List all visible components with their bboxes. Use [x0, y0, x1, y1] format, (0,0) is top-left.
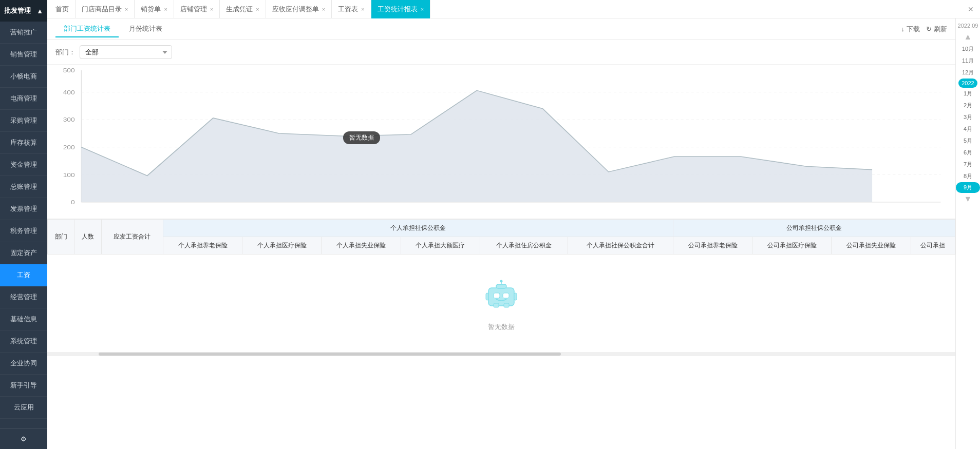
timeline-year-2022[interactable]: 2022 [958, 79, 977, 88]
tab-close-store-catalog[interactable]: × [125, 6, 128, 12]
sidebar-item-payroll[interactable]: 工资 [0, 264, 47, 286]
scrollbar-thumb[interactable] [99, 353, 561, 356]
chart-svg: 0 100 200 300 400 500 [55, 65, 947, 219]
sidebar-item-assets[interactable]: 固定资产 [0, 242, 47, 264]
settings-icon: ⚙ [21, 435, 27, 443]
tab-sales-order[interactable]: 销货单× [135, 0, 174, 18]
sidebar-item-ledger[interactable]: 总账管理 [0, 176, 47, 198]
table-area[interactable]: 部门 人数 应发工资合计 个人承担社保公积金 公司承担社保公积金 个人承担养老保… [47, 219, 955, 449]
th-personal-total: 个人承担社保公积金合计 [568, 237, 673, 255]
refresh-button[interactable]: ↻ 刷新 [926, 25, 947, 34]
svg-text:100: 100 [63, 171, 75, 179]
chart-container: 0 100 200 300 400 500 暂无数据 [55, 65, 947, 219]
timeline-month-10[interactable]: 10月 [956, 43, 980, 55]
tab-payroll-table[interactable]: 工资表× [332, 0, 371, 18]
stats-table: 部门 人数 应发工资合计 个人承担社保公积金 公司承担社保公积金 个人承担养老保… [47, 219, 955, 352]
svg-rect-21 [494, 303, 499, 307]
sidebar-item-mini-ecom[interactable]: 小畅电商 [0, 66, 47, 88]
download-button[interactable]: ↓ 下载 [901, 25, 920, 34]
th-personal-unemployment: 个人承担失业保险 [322, 237, 401, 255]
tab-payroll-report[interactable]: 工资统计报表× [371, 0, 430, 18]
sidebar-item-invoice[interactable]: 发票管理 [0, 198, 47, 220]
sidebar-item-enterprise[interactable]: 企业协同 [0, 353, 47, 375]
timeline-month-7[interactable]: 7月 [956, 159, 980, 170]
svg-marker-12 [81, 90, 872, 202]
refresh-icon: ↻ [926, 25, 932, 33]
timeline-down-button[interactable]: ▼ [962, 193, 974, 205]
timeline-month-1[interactable]: 1月 [956, 88, 980, 100]
sidebar-item-tax[interactable]: 税务管理 [0, 220, 47, 242]
th-personal-major-medical: 个人承担大额医疗 [401, 237, 480, 255]
timeline-month-9[interactable]: 9月 [956, 182, 980, 193]
tab-close-payroll-table[interactable]: × [361, 6, 364, 12]
sidebar-item-inventory[interactable]: 库存核算 [0, 132, 47, 154]
timeline-month-8[interactable]: 8月 [956, 170, 980, 182]
tab-close-voucher[interactable]: × [256, 6, 259, 12]
timeline-month-5[interactable]: 5月 [956, 135, 980, 147]
th-total-wage: 应发工资合计 [101, 220, 163, 255]
sub-tabs: 部门工资统计表 月份统计表 [55, 21, 171, 37]
svg-rect-15 [503, 293, 509, 298]
tab-label-store-catalog: 门店商品目录 [82, 5, 122, 14]
timeline-month-12[interactable]: 12月 [956, 67, 980, 79]
sidebar-items: 营销推广销售管理小畅电商电商管理采购管理库存核算资金管理总账管理发票管理税务管理… [0, 22, 47, 419]
sidebar-footer[interactable]: ⚙ [0, 428, 47, 449]
svg-point-18 [500, 280, 503, 283]
tab-voucher[interactable]: 生成凭证× [220, 0, 266, 18]
sidebar-header[interactable]: 批发管理 ▲ [0, 0, 47, 22]
th-company-other: 公司承担 [911, 237, 955, 255]
svg-rect-14 [494, 293, 500, 298]
tab-label-sales-order: 销货单 [141, 5, 161, 14]
sidebar-item-guide[interactable]: 新手引导 [0, 375, 47, 397]
timeline-month-3[interactable]: 3月 [956, 111, 980, 123]
tab-close-payroll-report[interactable]: × [421, 6, 424, 12]
table-header-row-2: 个人承担养老保险 个人承担医疗保险 个人承担失业保险 个人承担大额医疗 个人承担… [48, 237, 955, 255]
tab-store-mgmt[interactable]: 店铺管理× [174, 0, 220, 18]
sidebar-item-purchase[interactable]: 采购管理 [0, 110, 47, 132]
svg-rect-13 [488, 288, 514, 306]
empty-text: 暂无数据 [488, 322, 515, 331]
th-company-medical: 公司承担医疗保险 [752, 237, 832, 255]
content-area: 部门工资统计表 月份统计表 ↓ 下载 ↻ 刷新 [47, 18, 980, 449]
toolbar-actions: ↓ 下载 ↻ 刷新 [901, 25, 948, 34]
sidebar-item-cloud[interactable]: 云应用 [0, 397, 47, 419]
svg-rect-20 [514, 293, 517, 300]
tab-close-store-mgmt[interactable]: × [210, 6, 213, 12]
timeline-up-button[interactable]: ▲ [962, 31, 974, 43]
sidebar-item-system[interactable]: 系统管理 [0, 330, 47, 353]
tab-bar-close-button[interactable]: ✕ [964, 5, 978, 13]
sidebar-item-finance[interactable]: 资金管理 [0, 154, 47, 176]
tab-month-stats[interactable]: 月份统计表 [121, 21, 171, 37]
th-personal-medical: 个人承担医疗保险 [242, 237, 322, 255]
sidebar-item-basic[interactable]: 基础信息 [0, 308, 47, 330]
svg-text:300: 300 [63, 116, 75, 123]
tabs-container: 首页门店商品目录×销货单×店铺管理×生成凭证×应收应付调整单×工资表×工资统计报… [49, 0, 964, 18]
filter-bar: 部门： 全部 财务部 销售部 人事部 技术部 [47, 40, 955, 65]
timeline-month-6[interactable]: 6月 [956, 147, 980, 159]
horizontal-scrollbar[interactable] [47, 352, 955, 356]
tab-dept-stats[interactable]: 部门工资统计表 [55, 21, 119, 37]
svg-text:400: 400 [63, 89, 75, 96]
timeline-month-2[interactable]: 2月 [956, 100, 980, 111]
sidebar-item-sales[interactable]: 销售管理 [0, 44, 47, 66]
tab-close-receivable[interactable]: × [322, 6, 325, 12]
dept-filter-select[interactable]: 全部 财务部 销售部 人事部 技术部 [80, 45, 172, 59]
timeline-panel: 2022.09 ▲ 10月 11月 12月 2022 1月 2月 3月 4月 5… [955, 18, 980, 449]
sidebar-item-operations[interactable]: 经营管理 [0, 286, 47, 308]
sidebar-item-ecom[interactable]: 电商管理 [0, 88, 47, 110]
sidebar-arrow-icon: ▲ [36, 7, 43, 15]
tab-label-voucher: 生成凭证 [226, 5, 253, 14]
tab-label-payroll-table: 工资表 [338, 5, 358, 14]
svg-text:0: 0 [71, 199, 75, 206]
tab-receivable[interactable]: 应收应付调整单× [266, 0, 332, 18]
empty-row: 暂无数据 [48, 255, 955, 353]
tab-close-sales-order[interactable]: × [164, 6, 167, 12]
empty-state: 暂无数据 [48, 255, 955, 352]
th-dept: 部门 [48, 220, 74, 255]
timeline-month-4[interactable]: 4月 [956, 123, 980, 135]
dept-filter-label: 部门： [55, 48, 76, 57]
tab-store-catalog[interactable]: 门店商品目录× [76, 0, 135, 18]
sidebar-item-marketing[interactable]: 营销推广 [0, 22, 47, 44]
timeline-month-11[interactable]: 11月 [956, 55, 980, 67]
tab-home[interactable]: 首页 [49, 0, 76, 18]
